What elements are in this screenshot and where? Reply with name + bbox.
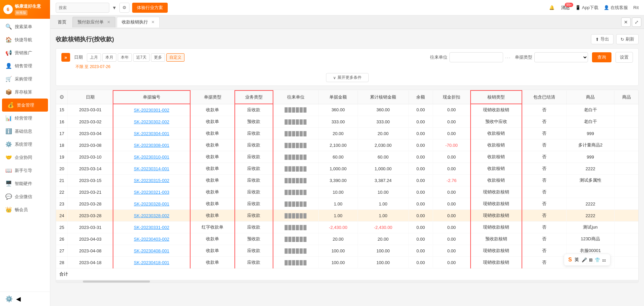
bill-no-link[interactable]: SK-20230308-001 xyxy=(134,143,169,148)
row-cash-discount: 0.00 xyxy=(433,210,471,222)
sidebar-item-sales-mgmt[interactable]: 👤销售管理 xyxy=(0,59,50,72)
bill-no-link[interactable]: SK-20230302-002 xyxy=(134,119,169,124)
filter-panel: » 日期 上月 本月 本年 近7天 更多 自定义 往来单位 ··· 单据类 xyxy=(56,48,639,86)
supplier-filter: 往来单位 ··· xyxy=(430,52,511,62)
sidebar-item-inventory[interactable]: 📦库存核算 xyxy=(0,85,50,99)
filter-collapse-button[interactable]: » xyxy=(61,53,70,62)
row-partner: ██████ xyxy=(273,116,319,128)
row-partner: ██████ xyxy=(273,186,319,198)
apps-icon[interactable]: ⚏ xyxy=(602,257,606,262)
custom-date-btn[interactable]: 自定义 xyxy=(166,53,184,62)
row-include-settled: 否 xyxy=(522,116,567,128)
row-goods2 xyxy=(614,139,638,151)
app-download-link[interactable]: 📱 App下载 xyxy=(575,5,598,11)
sidebar-item-purchase-mgmt[interactable]: 🛒采购管理 xyxy=(0,72,50,85)
row-cumulative: 2,030.00 xyxy=(358,139,409,151)
online-service-link[interactable]: 👤 在线客服 xyxy=(604,5,628,11)
sidebar-item-search-menu[interactable]: 🔍搜索菜单 xyxy=(0,20,50,33)
bill-no-link[interactable]: SK-20230418-001 xyxy=(134,260,169,265)
settings-icon[interactable]: ⚙️ xyxy=(5,295,13,303)
last-month-btn[interactable]: 上月 xyxy=(87,53,101,62)
bill-no-link[interactable]: SK-20230314-001 xyxy=(134,166,169,171)
settings-button[interactable]: 设置 xyxy=(615,52,633,63)
tab-close-pre-payment[interactable]: ✕ xyxy=(107,20,110,24)
row-bill-type: 红字收款单 xyxy=(190,222,235,233)
more-dates-btn[interactable]: 更多 xyxy=(151,53,165,62)
this-year-btn[interactable]: 本年 xyxy=(118,53,132,62)
sidebar-item-basic-info[interactable]: ℹ️基础信息 xyxy=(0,125,50,138)
watermark-logo: S xyxy=(568,257,572,263)
tab-pre-payment[interactable]: 预付款应付单 ✕ xyxy=(72,17,115,27)
bill-no-link[interactable]: SK-20230328-002 xyxy=(134,213,169,218)
bill-no-link[interactable]: SK-20230408-001 xyxy=(134,248,169,253)
bill-no-link[interactable]: SK-20230310-001 xyxy=(134,155,169,160)
voucher-type-select[interactable] xyxy=(534,52,588,62)
scroll-thumb[interactable] xyxy=(83,281,150,283)
logo-text-block: 畅康道好生意 标推版 xyxy=(15,3,41,15)
sidebar-item-vip-member[interactable]: 👑畅会员 xyxy=(0,203,50,216)
row-goods2 xyxy=(614,257,638,268)
row-date: 2023-04-08 xyxy=(68,245,113,257)
row-goods1: 老白干 xyxy=(567,104,614,116)
grid-icon[interactable]: ⊞ xyxy=(589,257,593,262)
row-goods1: 2222 xyxy=(567,198,614,210)
refresh-button[interactable]: ↻ 刷新 xyxy=(616,34,639,44)
sidebar-item-marketing[interactable]: 📢营销推广 xyxy=(0,46,50,59)
notification-icon[interactable]: 🔔 99+ 消息 xyxy=(549,5,570,11)
bill-no-link[interactable]: SK-20230403-002 xyxy=(134,237,169,242)
dropdown-arrow[interactable]: ▼ xyxy=(112,5,117,10)
sidebar-item-ops-mgmt[interactable]: 📊经营管理 xyxy=(0,112,50,125)
date-range-text: 不限 至 2023-07-26 xyxy=(75,64,110,70)
gear-button[interactable]: ⚙ xyxy=(119,3,129,13)
table-header-row: ⚙ 日期 单据编号 单据类型 业务类型 往来单位 单据金额 累计核销金额 余额 … xyxy=(56,90,638,104)
tab-close-all-button[interactable]: ✕ xyxy=(621,17,631,27)
tab-expand-button[interactable]: ⤢ xyxy=(632,17,641,27)
mic-icon[interactable]: 🎤 xyxy=(582,257,587,262)
row-bill-no: SK-20230418-001 xyxy=(113,257,190,268)
horizontal-scrollbar[interactable] xyxy=(56,280,638,283)
column-settings-button[interactable]: ⚙ xyxy=(59,94,64,100)
industry-solution-button[interactable]: 体验行业方案 xyxy=(132,3,168,13)
this-month-btn[interactable]: 本月 xyxy=(102,53,116,62)
tab-collection-exec[interactable]: 收款核销执行 ✕ xyxy=(117,17,160,27)
user-name[interactable]: Rit xyxy=(633,5,639,10)
row-bill-type: 收款单 xyxy=(190,257,235,268)
sidebar-item-quick-nav[interactable]: 🏠快捷导航 xyxy=(0,33,50,46)
export-button[interactable]: ⬆ 导出 xyxy=(591,34,613,44)
row-balance: 0.00 xyxy=(409,198,433,210)
supplier-input[interactable] xyxy=(449,52,503,62)
sidebar-item-corp-wechat[interactable]: 💬企业微信 xyxy=(0,190,50,203)
sidebar-nav: 🔍搜索菜单🏠快捷导航📢营销推广👤销售管理🛒采购管理📦库存核算💰资金管理📊经营管理… xyxy=(0,19,50,292)
row-include-settled: 否 xyxy=(522,245,567,257)
tab-home[interactable]: 首页 xyxy=(53,17,71,27)
row-no: 16 xyxy=(56,116,68,128)
tab-close-collection-exec[interactable]: ✕ xyxy=(151,20,155,24)
bill-no-link[interactable]: SK-20230331-002 xyxy=(134,225,169,230)
sidebar-item-corp-collab[interactable]: 🤝企业协同 xyxy=(0,151,50,164)
sys-mgmt-icon: ⚙️ xyxy=(5,141,12,147)
sidebar-item-guide[interactable]: 📖新手引导 xyxy=(0,164,50,177)
shirt-icon[interactable]: 👕 xyxy=(595,257,600,262)
row-verify-type: 现销收款核销 xyxy=(471,222,522,233)
collapse-icon[interactable]: ◀ xyxy=(16,295,21,303)
sidebar-item-capital-mgmt[interactable]: 💰资金管理 xyxy=(2,99,48,112)
sidebar-item-smart-hw[interactable]: 🖥️智能硬件 xyxy=(0,177,50,190)
expand-more-button[interactable]: ∨ 展开更多条件 xyxy=(326,73,369,82)
voucher-type-label: 单据类型 xyxy=(515,54,532,60)
query-button[interactable]: 查询 xyxy=(592,52,611,62)
search-input[interactable] xyxy=(56,3,109,13)
bill-no-link[interactable]: SK-20230328-001 xyxy=(134,201,169,206)
row-amount: 1,000.00 xyxy=(319,163,358,175)
bill-no-link[interactable]: SK-20230304-001 xyxy=(134,131,169,136)
row-balance: 0.00 xyxy=(409,139,433,151)
supplier-dots[interactable]: ··· xyxy=(505,55,511,60)
last-7days-btn[interactable]: 近7天 xyxy=(133,53,150,62)
bill-no-link[interactable]: SK-20230301-002 xyxy=(134,108,169,113)
bill-no-link[interactable]: SK-20230321-003 xyxy=(134,190,169,195)
marketing-label: 营销推广 xyxy=(15,50,32,56)
row-date: 2023-03-31 xyxy=(68,222,113,233)
bill-no-link[interactable]: SK-20230315-002 xyxy=(134,178,169,183)
row-cumulative: 100.00 xyxy=(358,245,409,257)
sidebar-item-sys-mgmt[interactable]: ⚙️系统管理 xyxy=(0,138,50,151)
row-partner: ██████ xyxy=(273,257,319,268)
